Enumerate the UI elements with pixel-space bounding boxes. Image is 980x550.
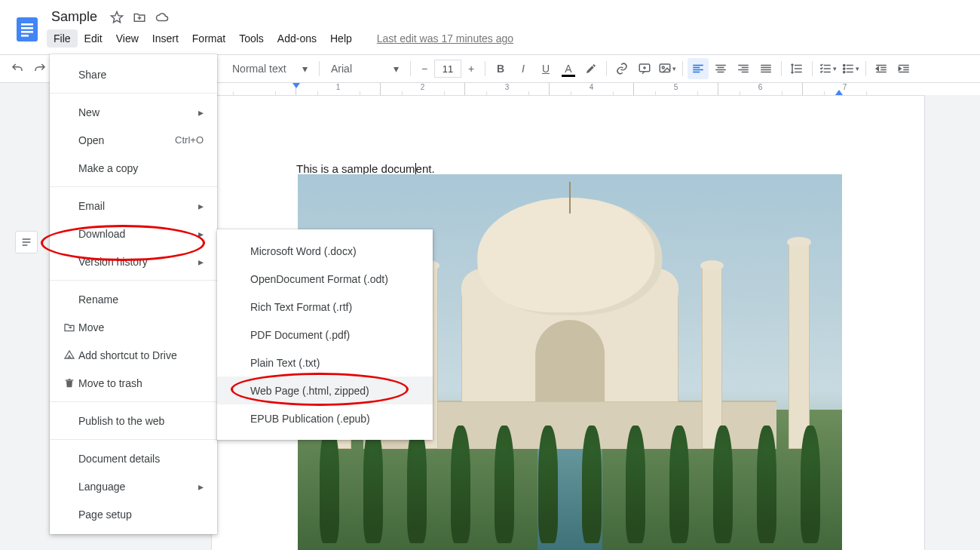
text-color-button[interactable]: A xyxy=(558,58,579,79)
menu-addons[interactable]: Add-ons xyxy=(271,29,323,48)
menu-edit[interactable]: Edit xyxy=(78,29,109,48)
svg-rect-2 xyxy=(21,27,33,29)
menu-format[interactable]: Format xyxy=(185,29,232,48)
separator xyxy=(485,61,485,76)
font-family-label: Arial xyxy=(331,63,352,75)
increase-indent-button[interactable] xyxy=(893,58,914,79)
align-left-button[interactable] xyxy=(688,58,709,79)
move-folder-icon[interactable] xyxy=(132,10,147,25)
separator xyxy=(319,61,320,76)
indent-start-marker[interactable] xyxy=(292,83,300,88)
paragraph-style-label: Normal text xyxy=(232,63,286,75)
svg-marker-5 xyxy=(112,11,123,22)
undo-button[interactable] xyxy=(7,58,28,79)
bulleted-list-button[interactable]: ▾ xyxy=(840,58,861,79)
paragraph-style-select[interactable]: Normal text▾ xyxy=(225,63,315,75)
star-icon[interactable] xyxy=(109,10,124,25)
decrease-indent-button[interactable] xyxy=(871,58,892,79)
last-edit-link[interactable]: Last edit was 17 minutes ago xyxy=(377,32,513,45)
decrease-font-size-button[interactable]: − xyxy=(415,58,433,79)
separator xyxy=(865,61,866,76)
chevron-down-icon: ▾ xyxy=(394,63,399,75)
line-spacing-button[interactable] xyxy=(786,58,807,79)
cloud-status-icon[interactable] xyxy=(155,10,170,25)
menu-tools[interactable]: Tools xyxy=(232,29,271,48)
separator xyxy=(781,61,782,76)
menu-separator xyxy=(50,93,217,94)
docs-app-icon[interactable] xyxy=(12,9,42,50)
insert-link-button[interactable] xyxy=(611,58,632,79)
align-justify-button[interactable] xyxy=(755,58,776,79)
font-size-input[interactable] xyxy=(434,60,461,78)
ruler-tick: 3 xyxy=(505,83,510,91)
ruler-tick: 2 xyxy=(421,83,425,91)
svg-point-8 xyxy=(662,66,664,69)
align-center-button[interactable] xyxy=(710,58,731,79)
separator xyxy=(606,61,607,76)
header-bar: Sample File Edit View Insert Format Tool… xyxy=(0,0,980,54)
svg-rect-4 xyxy=(21,35,29,37)
highlight-color-button[interactable] xyxy=(580,58,602,79)
underline-button[interactable]: U xyxy=(535,58,556,79)
menu-view[interactable]: View xyxy=(109,29,145,48)
ruler-tick: 1 xyxy=(336,83,341,91)
align-right-button[interactable] xyxy=(733,58,754,79)
separator xyxy=(410,61,411,76)
ruler-tick: 5 xyxy=(674,83,678,91)
indent-end-marker[interactable] xyxy=(835,90,843,95)
menu-insert[interactable]: Insert xyxy=(145,29,185,48)
menu-file[interactable]: File xyxy=(47,29,78,48)
file-menu-share[interactable]: Share xyxy=(50,60,217,88)
add-comment-button[interactable] xyxy=(634,58,655,79)
svg-rect-1 xyxy=(21,23,33,26)
svg-rect-3 xyxy=(21,31,33,33)
bold-button[interactable]: B xyxy=(490,58,511,79)
font-family-select[interactable]: Arial▾ xyxy=(323,63,406,75)
checklist-button[interactable]: ▾ xyxy=(817,58,838,79)
insert-image-button[interactable]: ▾ xyxy=(657,58,678,79)
svg-point-11 xyxy=(844,71,845,72)
svg-point-10 xyxy=(844,68,845,69)
svg-rect-0 xyxy=(17,17,38,41)
ruler-tick: 4 xyxy=(590,83,594,91)
redo-button[interactable] xyxy=(29,58,51,79)
increase-font-size-button[interactable]: + xyxy=(462,58,480,79)
separator xyxy=(812,61,813,76)
chevron-down-icon: ▾ xyxy=(302,63,308,75)
file-menu-dropdown: Share New▸ OpenCtrl+O Make a copy Email▸… xyxy=(50,54,217,95)
separator xyxy=(682,61,683,76)
ruler-tick: 6 xyxy=(758,83,763,91)
menu-help[interactable]: Help xyxy=(323,29,359,48)
document-title[interactable]: Sample xyxy=(47,8,102,26)
menu-bar: File Edit View Insert Format Tools Add-o… xyxy=(47,29,513,48)
ruler-tick: 7 xyxy=(843,83,847,91)
italic-button[interactable]: I xyxy=(513,58,534,79)
svg-point-9 xyxy=(844,64,845,66)
